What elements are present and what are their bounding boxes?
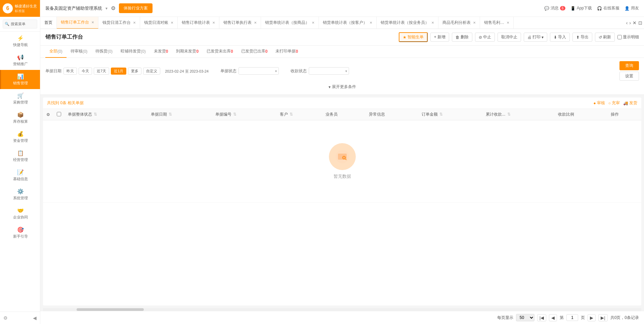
sidebar-item-marketing[interactable]: 📢 营销推广: [0, 51, 40, 70]
first-page-button[interactable]: |◀: [537, 314, 546, 321]
app-download-button[interactable]: 📱 App下载: [570, 5, 592, 11]
date-custom[interactable]: 自定义: [143, 68, 160, 75]
tab-expand-button[interactable]: ⊡: [638, 20, 642, 26]
last-page-button[interactable]: ▶|: [598, 314, 607, 321]
unreview-button[interactable]: ○ 充审: [608, 100, 620, 106]
date-yesterday[interactable]: 昨天: [63, 68, 77, 75]
sub-tab-overdue-not-shipped[interactable]: 到期未发货0: [172, 46, 203, 58]
trial-button[interactable]: 体验行业方案: [119, 3, 153, 13]
tab-reconciliation[interactable]: 钱货日清对账 ✕: [140, 17, 178, 29]
header-dropdown-arrow[interactable]: ▾: [105, 6, 108, 11]
sidebar-item-finance[interactable]: 💰 资金管理: [0, 127, 40, 147]
tab-cash-daily[interactable]: 钱货日清工作台 ✕: [98, 17, 140, 29]
sub-tab-shipped-not-out[interactable]: 已发货未出库0: [203, 46, 237, 58]
sub-tab-not-shipped[interactable]: 未发货0: [150, 46, 172, 58]
tab-close-sales-workbench[interactable]: ✕: [91, 21, 94, 24]
sidebar-item-basic-info[interactable]: 📝 基础信息: [0, 166, 40, 185]
online-service-button[interactable]: 🎧 在线客服: [597, 5, 619, 11]
scroll-thumb[interactable]: [77, 308, 144, 311]
sidebar-item-quick-nav[interactable]: ⚡ 快捷导航: [0, 32, 40, 51]
sub-tab-shipped-out[interactable]: 已发货已出库0: [237, 46, 272, 58]
message-icon: 💬: [544, 6, 549, 11]
tab-next-button[interactable]: ›: [629, 20, 631, 26]
empty-state-cell: 暂无数据: [43, 120, 641, 203]
collapse-button[interactable]: ◀: [33, 315, 37, 321]
add-button[interactable]: + 新增: [430, 33, 449, 42]
guide-icon: 🎯: [17, 227, 24, 233]
tab-close-sales-margin[interactable]: ✕: [507, 21, 509, 25]
content-area: 销售订单工作台 ★ 智能生单 + 新增 🗑 删除 ⊘ 中止 取消中止: [40, 29, 644, 324]
page-size-select[interactable]: 50 10 20 100: [516, 314, 534, 321]
sidebar-item-purchase[interactable]: 🛒 采购管理: [0, 89, 40, 108]
sub-tab-unprinted[interactable]: 未打印单据0: [271, 46, 302, 58]
tab-prev-button[interactable]: ‹: [626, 20, 628, 26]
search-menu-button[interactable]: 🔍 搜索菜单: [3, 19, 37, 29]
tab-close-goods-stats[interactable]: ✕: [312, 21, 314, 25]
select-all-checkbox[interactable]: [57, 112, 61, 116]
data-table: ⚙ 单据整体状态 ⇅ 单据日期 ⇅ 单据编号 ⇅: [43, 109, 641, 203]
settings-button[interactable]: 设置: [619, 72, 639, 81]
tab-close-customer-stats[interactable]: ✕: [370, 21, 372, 25]
sidebar-item-enterprise[interactable]: 🤝 企业协同: [0, 204, 40, 223]
status-select[interactable]: [239, 67, 279, 75]
tab-close-all-button[interactable]: ✕: [633, 20, 637, 26]
payment-select[interactable]: [309, 67, 349, 75]
logo-text: 畅捷通好生意 标准版: [15, 4, 37, 13]
current-page-input[interactable]: [566, 314, 578, 321]
sidebar-item-sales[interactable]: 📊 销售管理: [0, 70, 40, 89]
sub-tab-pending-pick[interactable]: 待拣货(0): [91, 46, 117, 58]
refresh-button[interactable]: ↺ 刷新: [595, 33, 615, 42]
th-customer: 客户 ⇅: [276, 109, 323, 120]
date-today[interactable]: 今天: [79, 68, 92, 75]
date-1month[interactable]: 近1月: [111, 68, 126, 75]
export-button[interactable]: ⬆ 导出: [572, 33, 592, 42]
smart-generate-button[interactable]: ★ 智能生单: [399, 32, 428, 42]
message-button[interactable]: 💬 消息 6: [544, 5, 565, 11]
sub-tab-pending-review[interactable]: 待审核(0): [67, 46, 92, 58]
tab-close-cash-daily[interactable]: ✕: [133, 21, 136, 25]
date-more[interactable]: 更多: [128, 68, 141, 75]
header-settings-icon[interactable]: ⚙: [111, 5, 116, 11]
tab-goods-stats[interactable]: 销货单统计表（按商品） ✕: [261, 17, 319, 29]
next-page-button[interactable]: ▶: [588, 314, 596, 321]
ship-button[interactable]: 🚚 发货: [623, 100, 637, 106]
tab-close-reconciliation[interactable]: ✕: [171, 21, 173, 25]
tab-sales-exec[interactable]: 销售订单执行表 ✕: [219, 17, 261, 29]
sidebar-item-guide[interactable]: 🎯 新手引导: [0, 223, 40, 242]
print-button[interactable]: 🖨 打印 ▾: [524, 33, 547, 42]
query-button[interactable]: 查询: [619, 61, 639, 70]
tab-home[interactable]: 首页: [40, 17, 57, 29]
cancel-stop-button[interactable]: 取消中止: [498, 33, 521, 42]
user-icon: 👤: [625, 6, 630, 11]
horizontal-scrollbar[interactable]: [43, 308, 641, 311]
stop-button[interactable]: ⊘ 中止: [475, 33, 495, 42]
tab-sales-stats[interactable]: 销售订单统计表 ✕: [178, 17, 219, 29]
user-button[interactable]: 👤 用友: [625, 5, 639, 11]
tab-margin-analysis[interactable]: 商品毛利分析表 ✕: [438, 17, 480, 29]
filter-date: 单据日期 昨天 今天 近7天 近1月 更多 自定义 2023-02-24 至 2…: [45, 68, 209, 75]
show-detail-checkbox[interactable]: 显示明细: [617, 34, 639, 40]
tab-sales-margin[interactable]: 销售毛利… ✕: [480, 17, 514, 29]
tab-close-sales-stats[interactable]: ✕: [212, 21, 215, 25]
tab-close-sales-exec[interactable]: ✕: [254, 21, 257, 25]
sidebar-item-inventory[interactable]: 📦 库存核算: [0, 108, 40, 127]
delete-button[interactable]: 🗑 删除: [452, 33, 472, 42]
review-button[interactable]: ● 审核: [594, 100, 605, 106]
sidebar-item-system[interactable]: ⚙️ 系统管理: [0, 185, 40, 204]
expand-filters-button[interactable]: ▾ 展开更多条件: [326, 83, 359, 91]
prev-page-button[interactable]: ◀: [549, 314, 557, 321]
tab-customer-stats[interactable]: 销货单统计表（按客户） ✕: [319, 17, 377, 29]
show-detail-input[interactable]: [617, 35, 622, 39]
import-button[interactable]: ⬇ 导入: [550, 33, 570, 42]
tab-close-margin-analysis[interactable]: ✕: [473, 21, 476, 25]
tab-bar: 首页 销售订单工作台 ✕ 钱货日清工作台 ✕ 钱货日清对账 ✕ 销售订单统计表 …: [40, 17, 644, 29]
date-7days[interactable]: 近7天: [94, 68, 109, 75]
sub-tab-wangpu-ship[interactable]: 旺铺待发货(0): [117, 46, 150, 58]
tab-salesman-stats[interactable]: 销货单统计表（按业务员） ✕: [377, 17, 438, 29]
logo-icon: 6: [3, 3, 13, 13]
tab-close-salesman-stats[interactable]: ✕: [431, 21, 434, 25]
tab-sales-workbench[interactable]: 销售订单工作台 ✕: [57, 17, 98, 29]
sidebar-item-operations[interactable]: 📋 经营管理: [0, 147, 40, 166]
sub-tab-all[interactable]: 全部(0): [45, 46, 67, 58]
settings-bottom-button[interactable]: ⚙: [3, 315, 8, 321]
